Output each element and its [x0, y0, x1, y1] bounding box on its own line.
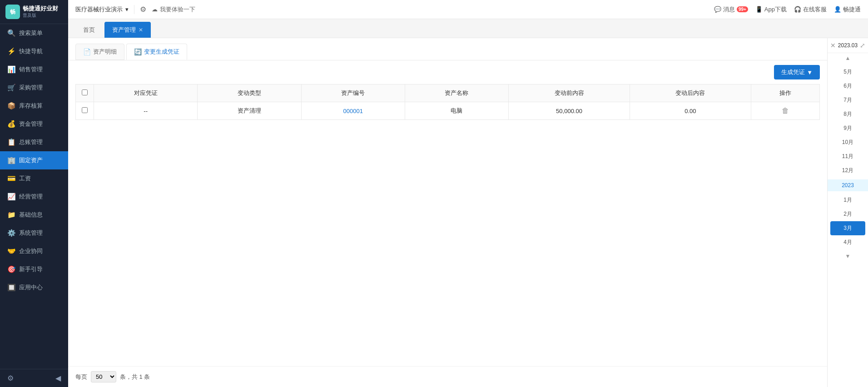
per-page-label: 每页 — [75, 373, 87, 381]
month-7[interactable]: 7月 — [828, 93, 868, 107]
row-checkbox-cell — [76, 102, 94, 120]
header-operation: 操作 — [751, 84, 819, 102]
delete-button[interactable]: 🗑 — [782, 107, 789, 114]
pagination: 每页 50 10 20 100 条，共 1 条 — [68, 366, 827, 387]
sidebar-item-label: 资金管理 — [19, 120, 43, 128]
month-9[interactable]: 9月 — [828, 121, 868, 135]
sidebar-item-funds[interactable]: 💰 资金管理 — [0, 115, 68, 133]
customer-service-button[interactable]: 🎧 在线客服 — [794, 5, 827, 14]
month-8[interactable]: 8月 — [828, 107, 868, 121]
sidebar-item-label: 应用中心 — [19, 283, 43, 292]
month-10[interactable]: 10月 — [828, 135, 868, 149]
year-2023-label[interactable]: 2023 — [828, 179, 868, 191]
sidebar-item-payroll[interactable]: 💳 工资 — [0, 169, 68, 188]
row-voucher: -- — [94, 102, 198, 120]
month-2023-1[interactable]: 1月 — [828, 193, 868, 207]
topbar-divider — [134, 5, 134, 14]
settings-bottom-icon[interactable]: ⚙ — [7, 374, 14, 382]
payroll-icon: 💳 — [7, 174, 15, 183]
message-button[interactable]: 💬 消息 99+ — [714, 5, 748, 14]
header-change-type: 变动类型 — [198, 84, 301, 102]
content-area: 📄 资产明细 🔄 变更生成凭证 生成凭证 ▼ — [68, 38, 868, 387]
sidebar-item-label: 企业协同 — [19, 247, 43, 255]
sidebar-item-ledger[interactable]: 📋 总账管理 — [0, 133, 68, 151]
collaboration-icon: 🤝 — [7, 247, 15, 255]
right-panel-scroll[interactable]: ▲ 5月 6月 7月 8月 9月 10月 11月 12月 2023 1月 2月 … — [828, 53, 868, 387]
sidebar-item-system[interactable]: ⚙️ 系统管理 — [0, 224, 68, 242]
sidebar-item-fixed-assets[interactable]: 🏢 固定资产 — [0, 151, 68, 169]
row-operation: 🗑 — [751, 102, 819, 120]
select-all-checkbox[interactable] — [82, 89, 88, 95]
company-selector[interactable]: 医疗器械行业演示 ▾ — [75, 5, 129, 14]
experience-button[interactable]: ☁ 我要体验一下 — [152, 5, 195, 14]
tab-home-label: 首页 — [83, 26, 95, 34]
month-12[interactable]: 12月 — [828, 164, 868, 178]
year-section-2023: 1月 2月 3月 4月 — [828, 191, 868, 251]
topbar: 医疗器械行业演示 ▾ ⚙ ☁ 我要体验一下 💬 消息 99+ 📱 App下载 🎧… — [68, 0, 868, 19]
sidebar-item-label: 总账管理 — [19, 138, 43, 146]
header-asset-code: 资产编号 — [301, 84, 405, 102]
row-checkbox-0[interactable] — [82, 107, 88, 113]
sidebar-item-label: 工资 — [19, 174, 31, 183]
per-page-select[interactable]: 50 10 20 100 — [91, 371, 116, 382]
sidebar-item-inventory[interactable]: 📦 库存核算 — [0, 97, 68, 115]
logo-icon: 畅 — [5, 5, 20, 19]
sidebar-item-purchase[interactable]: 🛒 采购管理 — [0, 79, 68, 97]
month-5[interactable]: 5月 — [828, 65, 868, 79]
current-date-label: 2023.03 — [838, 42, 858, 49]
header-after-change: 变动后内容 — [630, 84, 751, 102]
tab-home[interactable]: 首页 — [75, 22, 103, 38]
logo-title: 畅捷通好业财 — [23, 5, 58, 12]
quick-nav-icon: ⚡ — [7, 47, 15, 55]
logo-text-container: 畅捷通好业财 普及版 — [23, 5, 58, 19]
month-2023-3[interactable]: 3月 — [830, 221, 865, 235]
header-asset-name: 资产名称 — [405, 84, 508, 102]
header-before-change: 变动前内容 — [509, 84, 630, 102]
customer-service-icon: 🎧 — [794, 6, 801, 13]
sidebar-item-label: 系统管理 — [19, 229, 43, 237]
panel-expand-button[interactable]: ⤢ — [860, 42, 865, 49]
topbar-right: 💬 消息 99+ 📱 App下载 🎧 在线客服 👤 畅捷通 — [714, 5, 861, 14]
month-6[interactable]: 6月 — [828, 79, 868, 93]
month-2023-2[interactable]: 2月 — [828, 207, 868, 221]
tab-asset-management[interactable]: 资产管理 ✕ — [104, 22, 151, 38]
row-change-type: 资产清理 — [198, 102, 301, 120]
row-asset-code: 000001 — [301, 102, 405, 120]
purchase-icon: 🛒 — [7, 84, 15, 92]
sidebar-nav: 🔍 搜索菜单 ⚡ 快捷导航 📊 销售管理 🛒 采购管理 📦 库存核算 💰 资金管… — [0, 24, 68, 369]
sidebar-item-guide[interactable]: 🎯 新手引导 — [0, 260, 68, 278]
sub-tabs: 📄 资产明细 🔄 变更生成凭证 — [68, 38, 827, 60]
sidebar-item-collaboration[interactable]: 🤝 企业协同 — [0, 242, 68, 260]
sidebar-item-search[interactable]: 🔍 搜索菜单 — [0, 24, 68, 42]
sidebar-item-quick-nav[interactable]: ⚡ 快捷导航 — [0, 42, 68, 60]
panel-close-button[interactable]: ✕ — [830, 42, 836, 49]
basic-info-icon: 📁 — [7, 211, 15, 219]
sidebar-item-app-center[interactable]: 🔲 应用中心 — [0, 278, 68, 297]
row-after-change: 0.00 — [630, 102, 751, 120]
tab-asset-management-label: 资产管理 — [112, 26, 136, 34]
month-11[interactable]: 11月 — [828, 149, 868, 164]
tab-change-voucher[interactable]: 🔄 变更生成凭证 — [126, 44, 187, 60]
sidebar-item-operations[interactable]: 📈 经营管理 — [0, 188, 68, 206]
sales-icon: 📊 — [7, 65, 15, 74]
sidebar-item-sales[interactable]: 📊 销售管理 — [0, 60, 68, 79]
sidebar-item-basic-info[interactable]: 📁 基础信息 — [0, 206, 68, 224]
scroll-up-arrow[interactable]: ▲ — [828, 53, 868, 63]
table-row: -- 资产清理 000001 电脑 50,000.00 0.00 🗑 — [76, 102, 820, 120]
app-download-button[interactable]: 📱 App下载 — [755, 5, 787, 14]
user-menu[interactable]: 👤 畅捷通 — [834, 5, 861, 14]
generate-voucher-button[interactable]: 生成凭证 ▼ — [774, 65, 820, 79]
tab-close-icon[interactable]: ✕ — [139, 27, 143, 33]
collapse-icon[interactable]: ◀ — [55, 374, 61, 382]
message-icon: 💬 — [714, 6, 721, 13]
scroll-down-arrow[interactable]: ▼ — [828, 251, 868, 261]
user-label: 畅捷通 — [843, 5, 861, 14]
sidebar-item-label: 固定资产 — [19, 156, 43, 164]
settings-icon[interactable]: ⚙ — [140, 5, 146, 14]
month-2023-4[interactable]: 4月 — [828, 235, 868, 249]
asset-table: 对应凭证 变动类型 资产编号 资产名称 变动前内容 变动后内容 操作 -- 资产… — [75, 84, 820, 120]
tab-asset-detail[interactable]: 📄 资产明细 — [75, 44, 124, 60]
company-name: 医疗器械行业演示 — [75, 5, 123, 14]
search-icon: 🔍 — [7, 29, 15, 37]
right-panel: ✕ 2023.03 ⤢ ▲ 5月 6月 7月 8月 9月 10月 11月 12月… — [827, 38, 868, 387]
